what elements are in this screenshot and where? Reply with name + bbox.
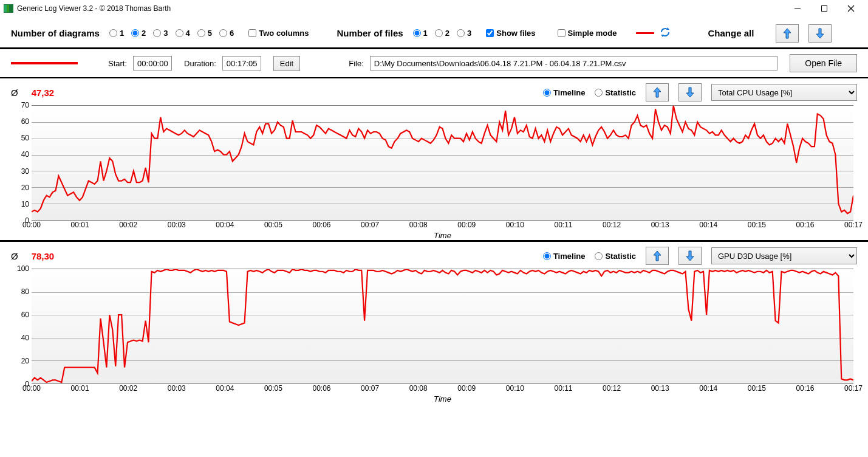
titlebar: Generic Log Viewer 3.2 - © 2018 Thomas B… (0, 0, 868, 17)
avg-value: 78,30 (32, 251, 55, 261)
y-tick: 50 (7, 134, 29, 142)
x-tick: 00:08 (409, 221, 428, 229)
change-all-label: Change all (708, 28, 754, 38)
timeline-radio[interactable]: Timeline (543, 252, 586, 261)
x-tick: 00:15 (748, 384, 766, 393)
radio-option-2[interactable]: 2 (131, 29, 146, 38)
x-tick: 00:02 (119, 384, 137, 393)
minimize-button[interactable] (784, 0, 811, 17)
y-tick: 20 (7, 184, 29, 192)
chart-area[interactable]: 02040608010000:0000:0100:0200:0300:0400:… (7, 269, 861, 402)
y-tick: 60 (7, 117, 29, 126)
x-tick: 00:16 (796, 384, 814, 393)
num-files-label: Number of files (337, 28, 403, 38)
x-tick: 00:07 (361, 221, 379, 229)
close-button[interactable] (838, 0, 864, 17)
x-tick: 00:05 (264, 221, 282, 229)
simple-mode-checkbox[interactable]: Simple mode (558, 29, 617, 38)
show-files-label: Show files (496, 29, 535, 38)
num-diagrams-label: Number of diagrams (11, 28, 100, 38)
radio-option-4[interactable]: 4 (176, 29, 190, 38)
avg-symbol: Ø (11, 251, 18, 261)
y-tick: 30 (7, 167, 29, 176)
svg-marker-7 (816, 29, 824, 38)
radio-option-5[interactable]: 5 (197, 29, 212, 38)
y-tick: 80 (7, 287, 29, 296)
x-tick: 00:08 (409, 384, 428, 393)
avg-value: 47,32 (32, 88, 55, 98)
x-tick: 00:09 (457, 384, 476, 393)
statistic-radio[interactable]: Statistic (595, 88, 636, 97)
file-path-input[interactable] (370, 56, 778, 70)
radio-option-1[interactable]: 1 (109, 29, 124, 38)
start-label: Start: (108, 59, 127, 68)
move-down-button[interactable] (678, 247, 702, 265)
x-tick: 00:04 (216, 221, 234, 229)
x-tick: 00:10 (506, 384, 524, 393)
y-tick: 100 (7, 264, 29, 273)
statistic-radio[interactable]: Statistic (595, 252, 636, 261)
x-tick: 00:17 (844, 384, 863, 393)
x-tick: 00:01 (71, 384, 89, 393)
x-tick: 00:06 (313, 221, 331, 229)
x-tick: 00:13 (651, 384, 669, 393)
svg-rect-1 (822, 6, 827, 12)
app-icon (4, 4, 13, 13)
toolbar-file: Start: Duration: Edit File: Open File (0, 49, 868, 77)
two-columns-label: Two columns (259, 29, 309, 38)
x-tick: 00:11 (554, 384, 572, 393)
radio-option-2[interactable]: 2 (435, 29, 449, 38)
x-tick: 00:11 (554, 221, 572, 229)
duration-input[interactable] (222, 56, 261, 70)
toolbar-top: Number of diagrams 123456 Two columns Nu… (0, 17, 868, 47)
metric-select[interactable]: GPU D3D Usage [%] (711, 247, 857, 264)
move-down-button[interactable] (678, 83, 702, 101)
up-all-button[interactable] (776, 24, 799, 43)
x-tick: 00:04 (216, 384, 234, 393)
show-files-checkbox[interactable]: Show files (486, 29, 535, 38)
svg-marker-10 (654, 251, 661, 261)
x-tick: 00:13 (651, 221, 669, 229)
metric-select[interactable]: Total CPU Usage [%] (711, 84, 857, 101)
svg-marker-8 (654, 88, 661, 97)
x-tick: 00:14 (699, 384, 717, 393)
svg-marker-6 (784, 29, 791, 38)
x-tick: 00:03 (168, 221, 186, 229)
radio-option-6[interactable]: 6 (219, 29, 234, 38)
two-columns-checkbox[interactable]: Two columns (248, 29, 309, 38)
radio-option-3[interactable]: 3 (457, 29, 471, 38)
x-tick: 00:02 (119, 221, 137, 229)
x-tick: 00:12 (603, 384, 621, 393)
num-files-group: 123 (413, 29, 472, 38)
x-tick: 00:05 (264, 384, 282, 393)
x-tick: 00:09 (457, 221, 476, 229)
x-axis-label: Time (434, 394, 451, 404)
x-tick: 00:01 (71, 221, 89, 229)
down-all-button[interactable] (808, 24, 832, 43)
y-tick: 40 (7, 334, 29, 342)
avg-symbol: Ø (11, 88, 18, 98)
maximize-button[interactable] (811, 0, 838, 17)
series-color-swatch (636, 32, 654, 34)
edit-button[interactable]: Edit (273, 56, 300, 71)
x-axis-label: Time (434, 231, 451, 240)
x-tick: 00:10 (506, 221, 524, 229)
svg-marker-11 (686, 251, 694, 261)
move-up-button[interactable] (646, 247, 669, 265)
x-tick: 00:03 (168, 384, 186, 393)
open-file-button[interactable]: Open File (790, 54, 857, 72)
svg-marker-9 (686, 88, 694, 97)
chart-area[interactable]: 01020304050607000:0000:0100:0200:0300:04… (7, 105, 861, 239)
x-tick: 00:12 (603, 221, 621, 229)
x-tick: 00:17 (844, 221, 863, 229)
radio-option-1[interactable]: 1 (413, 29, 428, 38)
y-tick: 70 (7, 101, 29, 109)
refresh-icon[interactable] (659, 27, 671, 40)
x-tick: 00:16 (796, 221, 814, 229)
simple-mode-label: Simple mode (568, 29, 617, 38)
radio-option-3[interactable]: 3 (153, 29, 168, 38)
x-tick: 00:07 (361, 384, 379, 393)
move-up-button[interactable] (646, 83, 669, 101)
start-input[interactable] (133, 56, 172, 70)
timeline-radio[interactable]: Timeline (543, 88, 586, 97)
